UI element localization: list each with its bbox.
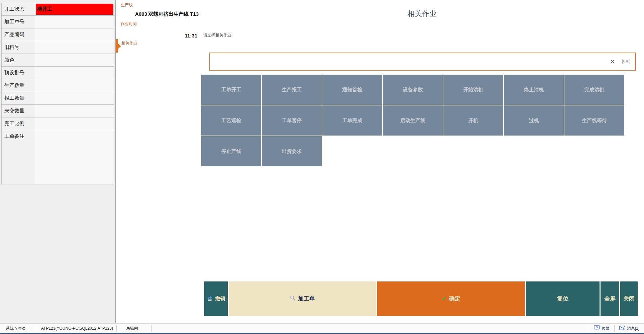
action-button-finish-cleaning[interactable]: 完成清机 [564,75,624,105]
confirm-label: 确定 [449,295,460,303]
reset-button[interactable]: 复位 [526,281,600,316]
work-order-button[interactable]: 加工单 [229,281,376,316]
check-icon: ✔ [442,295,446,302]
info-value [35,79,114,92]
info-label: 报工数量 [2,92,35,104]
action-button-shipment-request[interactable]: 出货要求 [262,136,322,166]
workorder-info-table: 开工状态 待开工 加工单号 产品编码 旧料号 颜色 [1,3,114,184]
action-button-line-wait[interactable]: 生产线等待 [564,105,624,136]
envelope-icon [619,326,625,331]
table-row: 产品编码 [2,28,114,41]
info-label: 颜色 [2,54,35,66]
magnifier-icon [290,295,296,303]
action-button-process-patrol[interactable]: 工艺巡检 [201,105,261,136]
info-label: 完工比例 [2,117,35,130]
table-row: 开工状态 待开工 [2,3,114,16]
info-label: 生产数量 [2,79,35,92]
related-job-input[interactable] [210,53,607,70]
info-value [35,92,114,104]
database-connection-label: ATP123(YOUNG-PC\SQL2012:ATP123) [36,326,116,331]
table-row: 颜色 [2,54,114,67]
action-button-machine-on[interactable]: 开机 [443,105,503,136]
divider [151,325,152,332]
app-window: 开工状态 待开工 加工单号 产品编码 旧料号 颜色 [0,0,644,334]
table-row: 旧料号 [2,41,114,54]
info-value [35,130,114,184]
action-button-first-inspection[interactable]: 通知首检 [322,75,382,105]
alert-label: 预警 [602,326,610,331]
action-button-workorder-complete[interactable]: 工单完成 [322,105,382,136]
info-value [35,117,114,130]
action-button-production-report[interactable]: 生产报工 [262,75,322,105]
status-badge: 待开工 [36,4,113,15]
confirm-button[interactable]: ✔ 确定 [377,281,525,316]
production-line-label: 生产线 [121,2,133,8]
info-value [35,41,114,54]
info-value: 待开工 [35,3,114,15]
action-button-start-cleaning[interactable]: 开始清机 [443,75,503,105]
table-row: 报工数量 [2,92,114,105]
job-time-value: 11:31 [116,33,197,38]
info-label: 未交数量 [2,105,35,117]
table-row: 工单备注 [2,130,114,184]
action-button-stop-cleaning[interactable]: 终止清机 [504,75,564,105]
page-title: 相关作业 [201,9,644,18]
info-label: 开工状态 [2,3,35,15]
table-row: 生产数量 [2,79,114,92]
info-label: 旧料号 [2,41,35,54]
undo-icon [207,296,213,302]
undo-button[interactable]: 撤销 [204,281,228,316]
work-order-label: 加工单 [298,295,315,303]
message-label: 消息[1] [627,326,639,331]
info-label: 产品编码 [2,28,35,41]
related-jobs-section-label[interactable]: 相关作业 [121,40,137,46]
info-value [35,28,114,41]
job-time-label: 作业时间 [121,21,137,27]
message-button[interactable]: 消息[1] [615,326,644,331]
action-button-equipment-params[interactable]: 设备参数 [383,75,443,105]
info-value [35,54,114,66]
related-job-search-box[interactable]: ✕ [209,53,636,71]
info-value [35,67,114,79]
undo-label: 撤销 [215,296,225,302]
network-label: 局域网 [117,326,151,331]
info-label: 预设批号 [2,67,35,79]
monitor-gear-icon [594,325,600,332]
production-line-panel: 生产线 A003 双螺杆挤出生产线 T13 作业时间 11:31 相关作业 [115,0,201,323]
info-label: 加工单号 [2,16,35,28]
current-user-label: 系统管理员 [0,326,36,331]
table-row: 未交数量 [2,105,114,117]
info-value [35,105,114,117]
action-button-machine-pass[interactable]: 过机 [504,105,564,136]
action-button-stop-line[interactable]: 停止产线 [201,136,261,166]
close-button[interactable]: 关闭 [620,281,638,316]
production-line-value: A003 双螺杆挤出生产线 T13 [116,11,199,17]
status-bar: 系统管理员 ATP123(YOUNG-PC\SQL2012:ATP123) 局域… [0,323,644,334]
active-section-marker-icon [116,39,118,53]
select-hint-label: 请选择相关作业 [203,32,231,38]
related-jobs-main: 相关作业 请选择相关作业 ✕ 工单开工 生产报工 通知首检 设备参数 [201,0,644,323]
action-button-grid: 工单开工 生产报工 通知首检 设备参数 开始清机 终止清机 完成清机 工艺巡检 … [201,75,626,166]
alert-button[interactable]: 预警 [589,325,614,332]
table-row: 预设批号 [2,67,114,79]
table-row: 完工比例 [2,117,114,130]
fullscreen-button[interactable]: 全屏 [601,281,619,316]
action-button-workorder-start[interactable]: 工单开工 [201,75,261,105]
bottom-action-bar: 撤销 加工单 ✔ 确定 复位 全屏 关闭 [204,281,638,316]
workorder-info-panel: 开工状态 待开工 加工单号 产品编码 旧料号 颜色 [0,0,115,323]
table-row: 加工单号 [2,16,114,28]
action-button-workorder-pause[interactable]: 工单暂停 [262,105,322,136]
info-value [35,16,114,28]
action-button-start-line[interactable]: 启动生产线 [383,105,443,136]
clear-icon[interactable]: ✕ [607,58,618,65]
info-label: 工单备注 [2,130,35,184]
keyboard-icon[interactable] [622,59,630,64]
